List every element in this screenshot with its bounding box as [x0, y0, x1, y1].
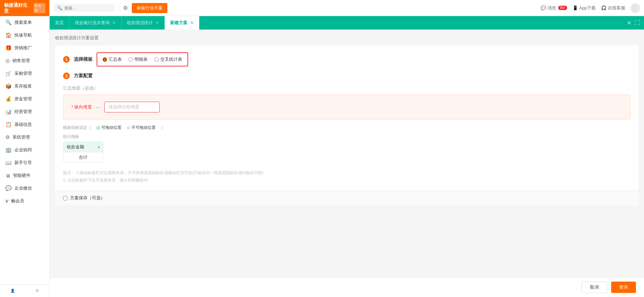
cancel-button[interactable]: 取消	[582, 282, 607, 293]
sidebar-item-system[interactable]: ⚙ 系统管理	[0, 131, 49, 144]
hint-line-2: 2. 点击标题栏下拉可设置排序、插入列和删除列	[63, 177, 631, 184]
step1-label: 选择模板	[74, 56, 93, 62]
purchase-icon: 🛒	[5, 70, 12, 77]
radio-summary-input[interactable]	[103, 57, 107, 62]
sidebar-item-basic[interactable]: 📋 基础信息	[0, 118, 49, 131]
dimension-row: * 纵向维度 — 请选择分组维度	[71, 102, 622, 112]
sidebar-item-label: 系统管理	[12, 134, 30, 140]
sidebar-item-guide[interactable]: 📖 新手引导	[0, 156, 49, 169]
sidebar-item-enterprise[interactable]: 🏢 企业协同	[0, 144, 49, 156]
user-avatar[interactable]	[631, 3, 640, 13]
basic-icon: 📋	[5, 121, 12, 128]
tab-bank-flow[interactable]: 现金银行流水查询 ✕	[69, 16, 121, 30]
metrics-header-text: 收款金额	[67, 144, 84, 150]
movable-badge: 可拖动位置	[97, 125, 121, 131]
sidebar-item-finance[interactable]: 💰 资金管理	[0, 93, 49, 105]
sidebar-item-label: 企业微信	[14, 185, 32, 191]
sidebar-settings-btn[interactable]: ⚙	[34, 287, 40, 294]
support-icon: 🎧	[601, 5, 606, 10]
search-input[interactable]	[64, 6, 111, 10]
sidebar-item-operation[interactable]: 📊 经营管理	[0, 105, 49, 118]
sidebar-item-label: 企业协同	[14, 147, 32, 153]
topbar-divider	[119, 5, 119, 11]
step1-badge: 1	[63, 56, 70, 63]
hardware-icon: 🖥	[5, 173, 10, 179]
sidebar-user-btn[interactable]: 👤	[9, 287, 16, 294]
tabs-actions: ✕ ⛶	[627, 20, 644, 26]
radio-summary-label: 汇总表	[109, 56, 122, 62]
guide-icon: 📖	[5, 160, 12, 166]
radio-detail-input[interactable]	[128, 57, 133, 62]
sidebar-item-wechat[interactable]: 💬 企业微信	[0, 182, 49, 195]
sidebar-item-inventory[interactable]: 📦 库存核算	[0, 80, 49, 93]
tab-new-plan-label: 新建方案	[170, 20, 187, 26]
home-icon: 🏠	[5, 32, 12, 38]
sidebar-item-label: 基础信息	[14, 121, 32, 128]
sidebar-item-purchase[interactable]: 🛒 采购管理	[0, 67, 49, 80]
notification-btn[interactable]: 💬 消息 99+	[541, 5, 567, 11]
tab-receipt-stats-close[interactable]: ✕	[156, 20, 159, 25]
page-title: 收款情况统计方案设置	[55, 35, 639, 41]
movable-label: 可拖动位置	[101, 125, 121, 131]
search-box[interactable]: 🔍	[54, 4, 115, 12]
sidebar-logo: 畅捷通好生意 标准版	[0, 0, 49, 16]
online-support-btn[interactable]: 🎧 在线客服	[601, 5, 625, 11]
topbar-right: 💬 消息 99+ 📱 App下载 🎧 在线客服	[541, 3, 640, 13]
app-download-btn[interactable]: 📱 App下载	[573, 5, 596, 11]
metrics-section: 模板指标设定（ 可拖动位置 不可拖动位置 ） 统计指标	[63, 125, 631, 163]
sales-icon: ◎	[5, 58, 10, 64]
tab-home[interactable]: 首页	[50, 16, 69, 30]
sidebar-item-sales[interactable]: ◎ 销售管理	[0, 54, 49, 67]
step1-row: 1 选择模板 汇总表 明细表 交叉统计表	[63, 52, 631, 66]
sidebar-item-member[interactable]: V 畅会员	[0, 195, 49, 207]
footer-area: 方案保存（可选）	[55, 191, 639, 205]
inventory-icon: 📦	[5, 83, 12, 89]
dimension-area: * 纵向维度 — 请选择分组维度	[63, 95, 631, 119]
dimension-placeholder: 请选择分组维度	[109, 104, 139, 109]
system-icon: ⚙	[5, 134, 10, 140]
sidebar-item-label: 营销推广	[14, 45, 32, 51]
sidebar-item-label: 快速导航	[14, 32, 32, 38]
vertical-dimension-label: * 纵向维度	[71, 104, 92, 110]
tab-bank-flow-label: 现金银行流水查询	[75, 20, 110, 26]
template-selector: 汇总表 明细表 交叉统计表	[97, 52, 188, 66]
sidebar-item-search-menu[interactable]: 🔍 搜索菜单	[0, 16, 49, 29]
config-card: 1 选择模板 汇总表 明细表 交叉统计表	[55, 46, 639, 191]
tab-close-window-icon[interactable]: ✕	[627, 20, 631, 26]
tab-receipt-stats[interactable]: 收款情况统计 ✕	[121, 16, 165, 30]
radio-detail-label: 明细表	[135, 56, 148, 62]
sidebar-item-label: 销售管理	[12, 58, 30, 64]
finance-icon: 💰	[5, 96, 12, 102]
save-plan-checkbox[interactable]	[63, 196, 67, 200]
operation-icon: 📊	[5, 109, 12, 115]
query-button[interactable]: 查询	[611, 282, 636, 293]
download-icon: 📱	[573, 5, 578, 10]
sidebar-item-hardware[interactable]: 🖥 智能硬件	[0, 169, 49, 182]
dimension-select[interactable]: 请选择分组维度	[104, 102, 160, 112]
dimension-title: 汇总维度（必选）	[63, 85, 631, 91]
tab-bank-flow-close[interactable]: ✕	[112, 20, 116, 25]
chevron-down-icon[interactable]: ▾	[98, 145, 100, 149]
radio-detail[interactable]: 明细表	[128, 56, 148, 62]
metrics-header[interactable]: 收款金额 ▾	[63, 142, 103, 152]
radio-cross[interactable]: 交叉统计表	[154, 56, 182, 62]
radio-summary[interactable]: 汇总表	[103, 56, 122, 62]
sidebar-item-quick-nav[interactable]: 🏠 快速导航	[0, 29, 49, 42]
sidebar-bottom: 👤 ⚙	[0, 284, 49, 297]
radio-cross-input[interactable]	[154, 57, 159, 62]
notification-badge: 99+	[558, 6, 567, 10]
metrics-close-paren: ）	[161, 125, 165, 131]
sidebar-item-marketing[interactable]: 🎁 营销推广	[0, 42, 49, 54]
tab-new-plan[interactable]: 新建方案 ✕	[165, 16, 199, 30]
stat-label-row: 统计指标	[63, 134, 631, 140]
tab-maximize-icon[interactable]: ⛶	[635, 20, 640, 26]
stat-label: 统计指标	[63, 134, 79, 139]
tab-new-plan-close[interactable]: ✕	[190, 20, 194, 25]
metrics-title-row: 模板指标设定（ 可拖动位置 不可拖动位置 ）	[63, 125, 631, 131]
fixed-label: 不可拖动位置	[131, 125, 156, 131]
search-menu-icon: 🔍	[5, 19, 12, 26]
notification-icon: 💬	[541, 5, 546, 10]
download-label: App下载	[579, 5, 596, 11]
trial-industry-button[interactable]: 体验行业方案	[132, 3, 167, 13]
gear-icon[interactable]: ⚙	[123, 5, 128, 11]
